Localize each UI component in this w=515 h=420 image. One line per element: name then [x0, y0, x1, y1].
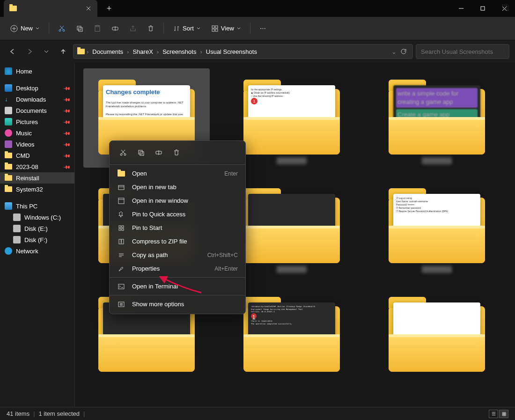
sidebar-item-pictures[interactable]: Pictures📌 — [0, 116, 74, 127]
chevron-right-icon: › — [157, 48, 159, 55]
svg-rect-0 — [481, 7, 485, 10]
sidebar-item-cmd[interactable]: CMD📌 — [0, 150, 74, 161]
folder-item[interactable]: ☑ Log on usingUser Name: outmail-usernam… — [374, 177, 500, 276]
music-icon — [5, 129, 12, 137]
copy-button[interactable] — [72, 21, 88, 37]
sidebar-item-documents[interactable]: Documents📌 — [0, 105, 74, 116]
svg-rect-17 — [140, 152, 144, 155]
sidebar-item-desktop[interactable]: Desktop📌 — [0, 82, 74, 94]
sidebar-item-downloads[interactable]: ↓Downloads📌 — [0, 94, 74, 105]
breadcrumb-item[interactable]: Usual Screenshots — [204, 47, 259, 56]
sidebar-item-2023-08[interactable]: 2023-08📌 — [0, 161, 74, 172]
window-controls — [450, 0, 515, 17]
sidebar-drive-f[interactable]: Disk (F:) — [0, 234, 74, 245]
pin-icon: 📌 — [63, 129, 71, 137]
svg-rect-21 — [119, 226, 121, 228]
sidebar-thispc[interactable]: This PC — [0, 200, 74, 212]
view-icons-toggle[interactable]: ▦ — [499, 410, 508, 418]
titlebar: + — [0, 0, 515, 17]
chevron-down-icon[interactable]: ⌄ — [391, 48, 397, 55]
chevron-down-icon — [197, 27, 200, 29]
folder-item[interactable]: hidden — [228, 177, 355, 276]
ctx-cut-button[interactable] — [118, 147, 128, 158]
svg-rect-20 — [118, 198, 124, 204]
ctx-pin-start[interactable]: Pin to Start — [110, 221, 245, 235]
delete-button[interactable] — [143, 21, 159, 37]
ctx-pin-quick-access[interactable]: Pin to Quick access — [110, 207, 245, 221]
new-button-label: New — [21, 25, 33, 32]
ctx-copy-path[interactable]: Copy as pathCtrl+Shift+C — [110, 248, 245, 262]
pin-start-icon — [117, 225, 125, 231]
view-button[interactable]: View — [207, 22, 245, 35]
ctx-delete-button[interactable] — [171, 147, 182, 158]
drive-icon — [13, 214, 21, 221]
minimize-button[interactable] — [450, 0, 472, 17]
recent-button[interactable] — [39, 44, 53, 59]
ctx-rename-button[interactable] — [154, 147, 164, 158]
toolbar: New Sort View ⋯ — [0, 17, 515, 40]
more-button[interactable]: ⋯ — [255, 21, 271, 37]
ctx-compress-zip[interactable]: Compress to ZIP file — [110, 235, 245, 248]
drive-icon — [13, 236, 21, 243]
share-button[interactable] — [125, 21, 141, 37]
rename-button[interactable] — [107, 21, 123, 37]
ctx-open-terminal[interactable]: Open in Terminal — [110, 280, 245, 293]
breadcrumb-item[interactable]: Screenshots — [161, 47, 198, 56]
refresh-button[interactable] — [400, 48, 407, 55]
search-bar[interactable] — [416, 44, 509, 59]
sidebar-item-videos[interactable]: Videos📌 — [0, 139, 74, 150]
svg-rect-19 — [118, 185, 124, 190]
sidebar-item-system32[interactable]: System32 — [0, 184, 74, 195]
sort-button[interactable]: Sort — [169, 22, 205, 35]
chevron-down-icon — [237, 27, 241, 29]
home-icon — [5, 67, 12, 75]
folder-item[interactable]: for the appropriate IP settings.◉ Obtain… — [228, 68, 355, 168]
folder-item[interactable] — [374, 286, 500, 385]
window-tab[interactable] — [4, 0, 97, 17]
videos-icon — [5, 140, 12, 148]
pin-icon: 📌 — [63, 152, 71, 159]
view-label: View — [221, 25, 234, 32]
svg-point-3 — [63, 29, 65, 31]
breadcrumb-item[interactable]: ShareX — [131, 47, 154, 56]
pin-icon: 📌 — [63, 84, 71, 92]
up-button[interactable] — [56, 44, 70, 59]
svg-point-13 — [503, 51, 504, 52]
search-input[interactable] — [421, 48, 500, 55]
sidebar-network[interactable]: Network — [0, 245, 74, 257]
sidebar-home[interactable]: Home — [0, 66, 74, 77]
sidebar-item-music[interactable]: Music📌 — [0, 127, 74, 139]
tab-close-button[interactable] — [85, 5, 92, 12]
sidebar-drive-e[interactable]: Disk (E:) — [0, 223, 74, 234]
svg-point-2 — [59, 29, 61, 31]
ctx-properties[interactable]: PropertiesAlt+Enter — [110, 262, 245, 275]
close-button[interactable] — [493, 0, 515, 17]
breadcrumb-item[interactable]: Documents — [90, 47, 125, 56]
svg-point-15 — [124, 154, 126, 155]
address-bar[interactable]: › Documents › ShareX › Screenshots › Usu… — [73, 44, 413, 59]
back-button[interactable] — [6, 44, 20, 59]
folder-item[interactable]: write a simple code for creating a game … — [374, 68, 500, 168]
chevron-right-icon: › — [127, 48, 129, 55]
forward-button[interactable] — [22, 44, 37, 59]
sidebar-drive-c[interactable]: Windows (C:) — [0, 212, 74, 223]
cut-button[interactable] — [54, 21, 70, 37]
statusbar: 41 items | 1 item selected | ☰ ▦ — [0, 407, 515, 420]
view-details-toggle[interactable]: ☰ — [489, 410, 498, 418]
network-icon — [5, 247, 12, 255]
paste-button[interactable] — [89, 21, 105, 37]
new-button[interactable]: New — [6, 22, 44, 35]
maximize-button[interactable] — [472, 0, 493, 17]
pin-icon: 📌 — [63, 118, 71, 125]
folder-label: hidden — [422, 266, 451, 274]
folder-icon — [5, 175, 12, 181]
new-tab-button[interactable]: + — [102, 1, 116, 15]
folder-item[interactable]: \Windows\System32>DISM /Online /Cleanup-… — [228, 286, 355, 385]
ctx-show-more[interactable]: Show more options — [110, 297, 245, 311]
ctx-open-new-window[interactable]: Open in new window — [110, 194, 245, 207]
ctx-open-new-tab[interactable]: Open in new tab — [110, 180, 245, 194]
folder-icon — [5, 153, 12, 158]
ctx-open[interactable]: OpenEnter — [110, 167, 245, 180]
ctx-copy-button[interactable] — [136, 147, 146, 158]
sidebar-item-reinstall[interactable]: Reinstall — [0, 172, 74, 184]
